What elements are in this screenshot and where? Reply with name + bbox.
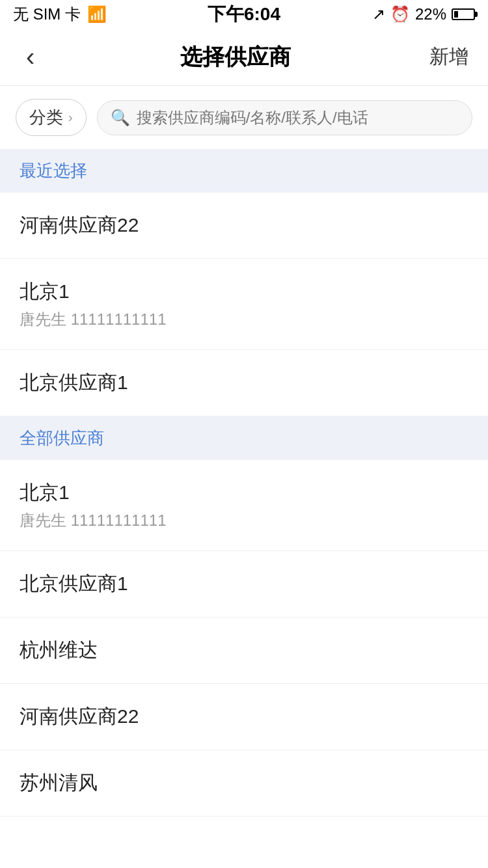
status-right: ↗ ⏰ 22% [372, 5, 475, 23]
list-item[interactable]: 北京1 唐先生 11111111111 [0, 259, 488, 350]
list-item[interactable]: 北京供应商1 [0, 551, 488, 617]
list-item[interactable]: 杭州维达 [0, 617, 488, 684]
chevron-right-icon: › [68, 110, 73, 125]
item-name: 北京供应商1 [20, 370, 468, 396]
nav-bar: ‹ 选择供应商 新增 [0, 29, 488, 86]
category-button[interactable]: 分类 › [16, 99, 87, 136]
wifi-icon: 📶 [87, 5, 107, 23]
category-label: 分类 [29, 106, 63, 129]
list-item[interactable]: 苏州清风 [0, 750, 488, 817]
search-input[interactable] [137, 109, 459, 127]
back-button[interactable]: ‹ [20, 36, 41, 78]
item-sub: 唐先生 11111111111 [20, 309, 468, 330]
status-time: 下午6:04 [208, 2, 280, 27]
item-name: 河南供应商22 [20, 703, 468, 730]
all-suppliers-list: 北京1 唐先生 11111111111 北京供应商1 杭州维达 河南供应商22 … [0, 460, 488, 817]
item-name: 北京1 [20, 480, 468, 506]
status-left: 无 SIM 卡 📶 [13, 4, 107, 25]
location-icon: ↗ [372, 5, 385, 23]
alarm-icon: ⏰ [390, 5, 410, 23]
item-name: 苏州清风 [20, 770, 468, 796]
filter-bar: 分类 › 🔍 [0, 86, 488, 149]
status-bar: 无 SIM 卡 📶 下午6:04 ↗ ⏰ 22% [0, 0, 488, 29]
battery-icon [452, 8, 475, 20]
all-section-title: 全部供应商 [20, 428, 104, 448]
recent-list: 河南供应商22 北京1 唐先生 11111111111 北京供应商1 [0, 193, 488, 416]
list-item[interactable]: 北京供应商1 [0, 350, 488, 416]
list-item[interactable]: 北京1 唐先生 11111111111 [0, 460, 488, 551]
add-button[interactable]: 新增 [429, 44, 468, 70]
search-icon: 🔍 [111, 109, 130, 127]
item-name: 杭州维达 [20, 637, 468, 664]
recent-section-header: 最近选择 [0, 149, 488, 193]
search-box[interactable]: 🔍 [97, 100, 472, 135]
item-sub: 唐先生 11111111111 [20, 510, 468, 531]
item-name: 北京1 [20, 278, 468, 305]
page-title: 选择供应商 [180, 42, 291, 72]
list-item[interactable]: 河南供应商22 [0, 193, 488, 259]
item-name: 北京供应商1 [20, 571, 468, 597]
recent-section-title: 最近选择 [20, 161, 87, 180]
list-item[interactable]: 河南供应商22 [0, 684, 488, 750]
no-sim-text: 无 SIM 卡 [13, 4, 81, 25]
all-section-header: 全部供应商 [0, 416, 488, 460]
item-name: 河南供应商22 [20, 212, 468, 239]
battery-percent: 22% [415, 5, 446, 23]
